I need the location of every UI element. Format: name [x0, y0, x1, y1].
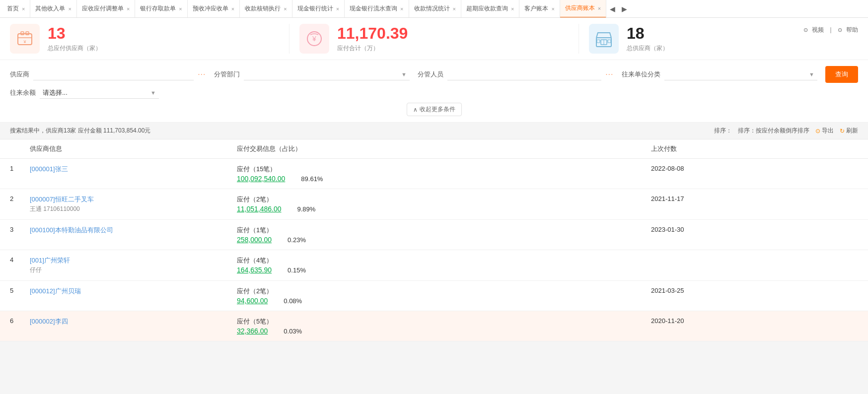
tab-close-collect-stat[interactable]: ×: [453, 6, 456, 12]
supplier-dots-icon[interactable]: ···: [198, 70, 206, 79]
trade-label: 应付（15笔）: [237, 165, 651, 174]
person-label: 分管人员: [418, 70, 443, 79]
video-link[interactable]: 视频: [812, 26, 824, 34]
amount-link[interactable]: 164,635.90: [237, 266, 272, 274]
collapse-button[interactable]: ∧ 收起更多条件: [407, 103, 462, 116]
refresh-button[interactable]: ↻ 刷新: [840, 127, 858, 135]
col-trade: 应付交易信息（占比）: [237, 144, 651, 153]
trade-info: 应付（4笔） 164,635.90 0.15%: [237, 256, 651, 274]
table-row: 4 [001]广州荣轩 仔仔 应付（4笔） 164,635.90 0.15%: [0, 250, 868, 281]
tab-close-bank[interactable]: ×: [179, 6, 182, 12]
tab-supplier-book[interactable]: 供应商账本 ×: [560, 0, 606, 18]
supplier-icon: ¥: [10, 24, 40, 54]
row-num: 6: [10, 317, 30, 325]
supplier-info: [000007]恒旺二手叉车 王通 17106110000: [30, 195, 237, 213]
tab-income[interactable]: 其他收入单 ×: [30, 0, 76, 18]
supplier-link[interactable]: [000002]李四: [30, 318, 68, 325]
sort-select[interactable]: 排序：按应付余额倒序排序: [738, 127, 809, 135]
tab-close-home[interactable]: ×: [22, 6, 25, 12]
tab-close-income[interactable]: ×: [68, 6, 71, 12]
stat-payable-total: ¥ 11,170.39 应付合计（万）: [299, 24, 569, 54]
trade-label: 应付（1笔）: [237, 226, 651, 235]
filter-balance: 往来余额 请选择... ▼: [10, 87, 159, 99]
table-row: 6 [000002]李四 应付（5笔） 32,366.00 0.03% 2020…: [0, 311, 868, 341]
total-suppliers-number: 18: [627, 25, 668, 42]
svg-rect-10: [597, 40, 600, 43]
category-label: 往来单位分类: [622, 70, 660, 79]
tab-cash-stat[interactable]: 现金银行统计 ×: [292, 0, 345, 18]
data-table: 供应商信息 应付交易信息（占比） 上次付数 1 [000001]张三 应付（15…: [0, 139, 868, 341]
export-button[interactable]: ⊙ 导出: [815, 127, 834, 135]
trade-percent: 0.08%: [284, 297, 302, 305]
tab-close-receipt[interactable]: ×: [284, 6, 287, 12]
department-select[interactable]: [244, 68, 410, 80]
tab-close-prepay-r[interactable]: ×: [231, 6, 234, 12]
col-supplier: 供应商信息: [30, 144, 237, 153]
supplier-sub: 仔仔: [30, 266, 237, 274]
tab-collect-stat[interactable]: 收款情况统计 ×: [409, 0, 461, 18]
balance-select[interactable]: 请选择...: [40, 87, 159, 98]
tab-overdue[interactable]: 超期应收款查询 ×: [461, 0, 519, 18]
row-num: 2: [10, 195, 30, 202]
tab-close-cash-flow[interactable]: ×: [400, 6, 403, 12]
tab-receipt[interactable]: 收款核销执行 ×: [240, 0, 292, 18]
amount-link[interactable]: 11,051,486.00: [237, 205, 282, 213]
trade-percent: 0.23%: [288, 236, 306, 244]
supplier-info: [000012]广州贝瑞: [30, 287, 237, 296]
filter-supplier: 供应商 ···: [10, 68, 206, 80]
last-pay: 2023-01-30: [651, 226, 858, 233]
shop-icon: [589, 24, 619, 54]
supplier-input[interactable]: [33, 68, 194, 80]
tab-customer-book[interactable]: 客户账本 ×: [519, 0, 560, 18]
amount-link[interactable]: 258,000.00: [237, 236, 272, 244]
chevron-up-icon: ∧: [413, 106, 418, 113]
stats-bar: ¥ 13 总应付供应商（家） ¥ 11,170.39 应付合计（万）: [0, 18, 868, 60]
svg-rect-11: [608, 40, 611, 43]
circle-icon: ⊙: [803, 27, 808, 33]
last-pay: 2022-08-08: [651, 165, 858, 172]
tab-close-cash-stat[interactable]: ×: [336, 6, 339, 12]
amount-link[interactable]: 32,366.00: [237, 327, 268, 335]
tab-close-supplier-book[interactable]: ×: [598, 5, 601, 11]
supplier-link[interactable]: [000012]广州贝瑞: [30, 287, 81, 295]
supplier-link[interactable]: [000100]本特勤油品有限公司: [30, 226, 113, 234]
tab-bank[interactable]: 银行存取款单 ×: [135, 0, 187, 18]
person-dots-icon[interactable]: ···: [605, 70, 613, 79]
supplier-link[interactable]: [001]广州荣轩: [30, 257, 70, 264]
col-num: [10, 144, 30, 153]
tab-prepay-r[interactable]: 预收冲应收单 ×: [188, 0, 240, 18]
tab-close-adjust[interactable]: ×: [127, 6, 130, 12]
amount-icon: ¥: [299, 24, 329, 54]
tab-next-btn[interactable]: ▶: [618, 0, 630, 18]
divider-1: [289, 24, 289, 54]
supplier-link[interactable]: [000001]张三: [30, 165, 68, 173]
svg-text:¥: ¥: [312, 35, 316, 43]
trade-label: 应付（2笔）: [237, 287, 651, 296]
filter-bar: 供应商 ··· 分管部门 ▼ 分管人员 ··· 往来单位分类: [0, 60, 868, 123]
tab-bar: 首页 × 其他收入单 × 应收应付调整单 × 银行存取款单 × 预收冲应收单 ×…: [0, 0, 868, 18]
category-select[interactable]: [664, 68, 818, 80]
tab-close-overdue[interactable]: ×: [511, 6, 514, 12]
tab-close-customer-book[interactable]: ×: [551, 6, 554, 12]
refresh-icon: ↻: [840, 128, 845, 134]
filter-person: 分管人员 ···: [418, 68, 614, 80]
supplier-label: 供应商: [10, 70, 29, 79]
table-row: 2 [000007]恒旺二手叉车 王通 17106110000 应付（2笔） 1…: [0, 189, 868, 220]
query-button[interactable]: 查询: [825, 66, 858, 83]
tab-adjust[interactable]: 应收应付调整单 ×: [77, 0, 135, 18]
supplier-info: [000001]张三: [30, 165, 237, 174]
amount-link[interactable]: 100,092,540.00: [237, 175, 285, 183]
tab-home[interactable]: 首页 ×: [2, 0, 30, 18]
help-link[interactable]: 帮助: [846, 26, 858, 34]
supplier-link[interactable]: [000007]恒旺二手叉车: [30, 196, 94, 203]
trade-percent: 89.61%: [301, 175, 323, 183]
person-input[interactable]: [447, 68, 601, 80]
divider-2: [579, 24, 579, 54]
category-select-wrap: ▼: [664, 68, 818, 80]
tab-prev-btn[interactable]: ◀: [606, 0, 618, 18]
amount-link[interactable]: 94,600.00: [237, 297, 268, 305]
payable-suppliers-label: 总应付供应商（家）: [48, 44, 101, 53]
trade-label: 应付（5笔）: [237, 317, 651, 326]
filter-row-2: 往来余额 请选择... ▼: [10, 87, 858, 99]
tab-cash-flow[interactable]: 现金银行流水查询 ×: [345, 0, 409, 18]
